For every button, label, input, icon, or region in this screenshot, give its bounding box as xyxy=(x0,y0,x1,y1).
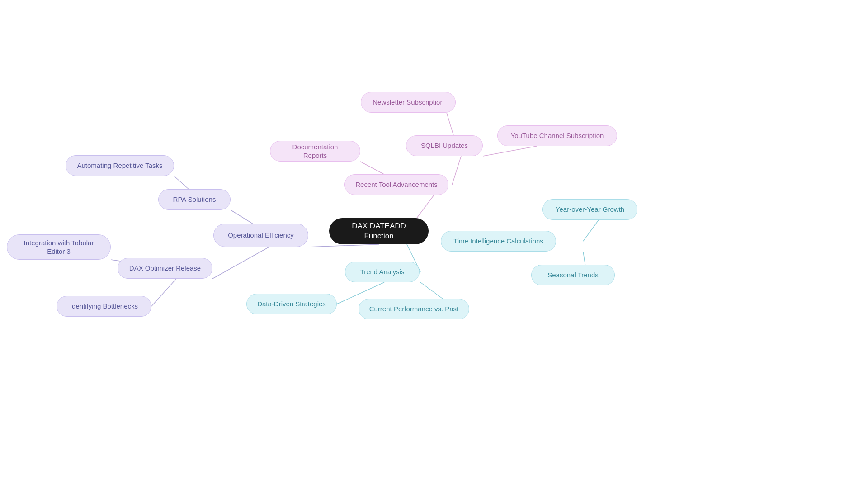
sqlbi-updates-node[interactable]: SQLBI Updates xyxy=(406,135,483,156)
newsletter-subscription-node[interactable]: Newsletter Subscription xyxy=(361,92,456,113)
seasonal-trends-node[interactable]: Seasonal Trends xyxy=(531,265,615,285)
automating-tasks-node[interactable]: Automating Repetitive Tasks xyxy=(66,155,174,176)
current-performance-node[interactable]: Current Performance vs. Past xyxy=(359,299,469,319)
center-node[interactable]: DAX DATEADD Function xyxy=(329,218,429,244)
documentation-reports-node[interactable]: Documentation Reports xyxy=(270,141,360,162)
time-intelligence-node[interactable]: Time Intelligence Calculations xyxy=(441,231,556,252)
svg-line-8 xyxy=(452,156,461,185)
dax-optimizer-node[interactable]: DAX Optimizer Release xyxy=(118,258,212,279)
svg-line-0 xyxy=(308,244,379,247)
operational-efficiency-node[interactable]: Operational Efficiency xyxy=(213,224,308,247)
svg-line-5 xyxy=(151,279,176,306)
svg-line-10 xyxy=(483,146,537,156)
rpa-solutions-node[interactable]: RPA Solutions xyxy=(158,189,231,210)
year-over-year-node[interactable]: Year-over-Year Growth xyxy=(542,199,637,220)
svg-line-15 xyxy=(583,219,599,241)
svg-line-3 xyxy=(212,247,269,279)
recent-tool-advancements-node[interactable]: Recent Tool Advancements xyxy=(344,174,448,195)
integration-tabular-node[interactable]: Integration with Tabular Editor 3 xyxy=(7,234,111,260)
data-driven-strategies-node[interactable]: Data-Driven Strategies xyxy=(246,294,337,314)
identifying-bottlenecks-node[interactable]: Identifying Bottlenecks xyxy=(57,296,151,317)
trend-analysis-node[interactable]: Trend Analysis xyxy=(345,262,420,282)
youtube-subscription-node[interactable]: YouTube Channel Subscription xyxy=(497,125,617,146)
